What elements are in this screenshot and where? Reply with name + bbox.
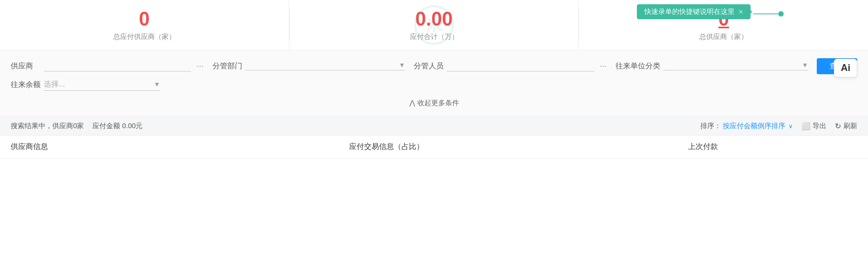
collapse-label: 收起更多条件 [417,98,459,108]
coin-icon: 米 [413,4,455,46]
table-body [0,159,868,275]
sort-label: 排序： 按应付会额倒序排序 ∨ [700,121,793,131]
stat-total-payable-suppliers: 0 总应付供应商（家） [0,0,289,50]
dept-select[interactable]: ▼ [246,61,406,70]
stat-label-total-suppliers: 总供应商（家） [699,32,748,42]
collapse-button[interactable]: ⋀ 收起更多条件 [11,96,857,113]
refresh-button[interactable]: ↻ 刷新 [835,121,857,131]
table-header: 供应商信息 应付交易信息（占比） 上次付款 [0,136,868,159]
tooltip-connector [753,11,785,17]
person-dots-btn[interactable]: ··· [599,61,606,71]
filter-section: 供应商 ··· 分管部门 ▼ 分管人员 ··· 往来单位分类 ▼ 查询 [0,51,868,117]
refresh-icon: ↻ [835,122,841,130]
filter-person: 分管人员 ··· [414,60,607,72]
filter-unit-class: 往来单位分类 ▼ [616,61,809,71]
supplier-input[interactable] [44,60,191,72]
filter-row-2: 往来余额 选择... ▼ [11,80,857,91]
stats-bar: 0 总应付供应商（家） 米 0.00 应付合计（万） 快速录单的快捷键说明在这里… [0,0,868,51]
sort-value[interactable]: 按应付会额倒序排序 [723,122,785,130]
refresh-label: 刷新 [843,121,857,131]
collapse-chevron-icon: ⋀ [409,99,415,107]
supplier-dots-btn[interactable]: ··· [196,61,203,71]
svg-text:米: 米 [425,15,443,33]
supplier-label: 供应商 [11,61,41,71]
balance-value: 选择... [44,80,154,89]
svg-point-3 [778,11,784,17]
ai-badge[interactable]: Ai [834,59,857,77]
result-summary: 搜索结果中，供应商0家 [11,121,84,131]
unit-class-label: 往来单位分类 [616,61,660,71]
filter-balance: 往来余额 选择... ▼ [11,80,160,91]
result-info: 搜索结果中，供应商0家 应付金额 0.00元 [11,121,143,131]
export-icon: ⬜ [801,122,810,130]
dept-label: 分管部门 [212,61,242,71]
filter-supplier: 供应商 ··· [11,60,204,72]
balance-chevron-icon: ▼ [154,81,160,88]
stat-payable-total: 米 0.00 应付合计（万） [290,0,579,50]
export-button[interactable]: ⬜ 导出 [801,121,826,131]
tooltip-close-button[interactable]: × [739,7,743,16]
unit-class-select[interactable]: ▼ [664,61,809,70]
result-bar: 搜索结果中，供应商0家 应付金额 0.00元 排序： 按应付会额倒序排序 ∨ ⬜… [0,117,868,136]
person-input[interactable] [447,60,594,72]
col-header-transaction: 应付交易信息（占比） [349,142,688,152]
balance-select[interactable]: 选择... ▼ [44,80,160,91]
result-actions: 排序： 按应付会额倒序排序 ∨ ⬜ 导出 ↻ 刷新 [700,121,857,131]
sort-chevron-icon[interactable]: ∨ [788,123,793,129]
filter-row-1: 供应商 ··· 分管部门 ▼ 分管人员 ··· 往来单位分类 ▼ 查询 [11,58,857,74]
unit-class-chevron-icon: ▼ [802,61,808,69]
result-amount: 应付金额 0.00元 [92,121,143,131]
stat-value-payable-suppliers: 0 [139,9,149,30]
tooltip-bubble: 快速录单的快捷键说明在这里 × [637,4,751,19]
filter-dept: 分管部门 ▼ [212,61,406,71]
col-header-last-payment: 上次付款 [688,142,857,152]
dept-chevron-icon: ▼ [399,61,405,69]
balance-label: 往来余额 [11,80,41,90]
export-label: 导出 [812,121,826,131]
person-label: 分管人员 [414,61,444,71]
stat-total-suppliers: 快速录单的快捷键说明在这里 × 0 总供应商（家） [579,0,868,50]
tooltip-text: 快速录单的快捷键说明在这里 [644,7,735,17]
stat-label-payable-suppliers: 总应付供应商（家） [113,32,176,42]
col-header-supplier-info: 供应商信息 [11,142,349,152]
sort-prefix: 排序： [700,122,721,130]
